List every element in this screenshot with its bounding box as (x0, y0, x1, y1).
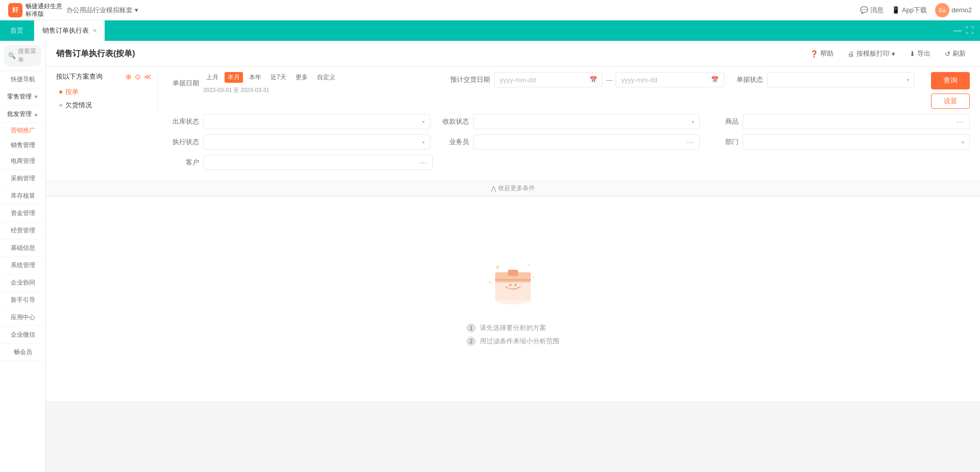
expected-date-field: 预计交货日期 yyyy-mm-dd 📅 — yyyy-mm-dd (450, 72, 724, 87)
sidebar-item-member[interactable]: 畅会员 (0, 344, 45, 361)
scheme-actions: ⊕ ⊙ ≪ (126, 73, 152, 81)
collapse-bar[interactable]: ⋀ 收起更多条件 (46, 180, 980, 196)
quick-date-more[interactable]: 更多 (292, 72, 311, 83)
message-icon: 💬 (860, 6, 868, 14)
expected-date-from[interactable]: yyyy-mm-dd 📅 (494, 72, 603, 87)
help-button[interactable]: ❓ 帮助 (806, 47, 838, 60)
query-button[interactable]: 查询 (931, 72, 970, 89)
tip-num-1: 1 (467, 323, 476, 333)
logo-icon: 好 (8, 3, 22, 17)
refresh-button[interactable]: ↺ 刷新 (941, 47, 970, 60)
sidebar-item-basic-info[interactable]: 基础信息 (0, 240, 45, 257)
salesperson-field: 业务员 ··· (438, 134, 700, 150)
status-select[interactable]: ▾ (767, 72, 915, 87)
collapse-up-icon: ⋀ (491, 185, 496, 192)
tip-num-2: 2 (467, 337, 476, 346)
chevron-down-icon: ▾ (135, 6, 138, 14)
sidebar-item-wechat[interactable]: 企业微信 (0, 326, 45, 344)
department-select[interactable]: ▾ (743, 134, 970, 150)
scheme-header: 按以下方案查询 ⊕ ⊙ ≪ (56, 72, 152, 81)
date-field: 单据日期 上月 本月 本年 近7天 更多 自定义 (168, 72, 442, 94)
salesperson-input[interactable]: ··· (473, 134, 700, 150)
scheme-item-by-order[interactable]: 按单 (56, 85, 152, 99)
sidebar: 🔍 搜索菜单 快捷导航 零售管理 ▼ 批发管理 ▲ 营销推广 销售管理 电商管理 (0, 41, 46, 472)
quick-date-this-year[interactable]: 本年 (246, 72, 264, 83)
tab-sales-execution[interactable]: 销售订单执行表 × (34, 20, 105, 41)
customer-field: 客户 ··· (168, 155, 433, 170)
user-menu[interactable]: Ea demo2 (935, 3, 972, 17)
customer-input[interactable]: ··· (203, 155, 433, 170)
payment-status-select[interactable]: ▾ (473, 114, 700, 129)
filter-panel: 按以下方案查询 ⊕ ⊙ ≪ 按单 (46, 67, 980, 196)
scheme-item-shortage[interactable]: 欠货情况 (56, 99, 152, 112)
print-button[interactable]: 🖨 按模板打印 ▾ (844, 47, 899, 60)
page-actions: ❓ 帮助 🖨 按模板打印 ▾ ⬇ 导出 ↺ 刷新 (806, 47, 970, 60)
app-download-button[interactable]: 📱 App下载 (892, 6, 927, 15)
sidebar-item-operations[interactable]: 经营管理 (0, 222, 45, 240)
collapse-scheme-icon[interactable]: ≪ (144, 73, 152, 81)
salesperson-label: 业务员 (438, 137, 469, 147)
empty-tips: 1 请先选择要分析的方案 2 用过滤条件来缩小分析范围 (467, 323, 559, 346)
sidebar-item-newuser[interactable]: 新手引导 (0, 292, 45, 309)
sidebar-item-ecommerce[interactable]: 电商管理 (0, 153, 45, 170)
quick-date-last-month[interactable]: 上月 (203, 72, 222, 83)
payment-label: 收款状态 (438, 117, 469, 126)
sidebar-item-enterprise[interactable]: 企业协同 (0, 274, 45, 292)
svg-point-7 (496, 266, 499, 269)
execution-status-select[interactable]: ▾ (203, 134, 430, 150)
logo-area: 好 畅捷通好生意 标准版 (8, 3, 62, 17)
outbound-arrow-icon: ▾ (422, 119, 425, 125)
status-arrow-icon: ▾ (906, 77, 909, 83)
sidebar-item-sales[interactable]: 销售管理 (0, 138, 45, 153)
retail-expand-icon: ▼ (34, 94, 39, 100)
print-chevron-icon: ▾ (892, 50, 895, 58)
sidebar-search-area[interactable]: 🔍 搜索菜单 (0, 41, 45, 71)
sidebar-item-retail[interactable]: 零售管理 ▼ (0, 88, 45, 106)
date-separator: — (606, 76, 612, 84)
quick-date-7days[interactable]: 近7天 (267, 72, 289, 83)
maximize-icon[interactable]: ⛶ (966, 26, 974, 35)
goods-label: 商品 (708, 117, 739, 126)
outbound-label: 出库状态 (168, 117, 199, 126)
topbar: 好 畅捷通好生意 标准版 办公用品行业模拟账套 ▾ 💬 消息 📱 App下载 E… (0, 0, 980, 20)
sidebar-item-appcenter[interactable]: 应用中心 (0, 309, 45, 326)
tab-home[interactable]: 首页 (0, 20, 34, 41)
expected-date-to[interactable]: yyyy-mm-dd 📅 (616, 72, 724, 87)
svg-point-10 (489, 281, 491, 284)
outbound-status-select[interactable]: ▾ (203, 114, 430, 129)
expected-date-range: yyyy-mm-dd 📅 — yyyy-mm-dd 📅 (494, 72, 724, 87)
setup-button[interactable]: 设置 (931, 93, 970, 109)
export-button[interactable]: ⬇ 导出 (905, 47, 935, 60)
messages-button[interactable]: 💬 消息 (860, 6, 884, 15)
empty-illustration (482, 252, 544, 313)
settings-scheme-icon[interactable]: ⊙ (135, 73, 141, 81)
goods-input[interactable]: ··· (743, 114, 970, 129)
print-icon: 🖨 (848, 50, 854, 58)
sidebar-item-finance[interactable]: 资金管理 (0, 205, 45, 222)
avatar: Ea (935, 3, 949, 17)
sidebar-item-quicknav[interactable]: 快捷导航 (0, 71, 45, 88)
execution-status-field: 执行状态 ▾ (168, 134, 430, 150)
minimize-icon[interactable]: — (953, 26, 962, 35)
quick-date-this-month[interactable]: 本月 (225, 72, 243, 83)
scheme-active-dot (59, 90, 62, 93)
tab-close-icon[interactable]: × (93, 27, 96, 34)
svg-rect-3 (508, 270, 518, 276)
execution-arrow-icon: ▾ (422, 139, 425, 145)
svg-point-8 (527, 264, 529, 266)
svg-point-6 (514, 284, 517, 286)
date-label: 单据日期 (168, 79, 199, 88)
sidebar-item-system[interactable]: 系统管理 (0, 257, 45, 274)
quick-date-buttons: 上月 本月 本年 近7天 更多 自定义 (203, 72, 442, 83)
add-scheme-icon[interactable]: ⊕ (126, 73, 132, 81)
sidebar-search-input[interactable]: 🔍 搜索菜单 (4, 45, 41, 66)
filter-fields: 单据日期 上月 本月 本年 近7天 更多 自定义 (158, 72, 970, 175)
sidebar-item-inventory[interactable]: 库存核算 (0, 187, 45, 205)
status-label: 单据状态 (732, 75, 763, 84)
scheme-panel: 按以下方案查询 ⊕ ⊙ ≪ 按单 (56, 72, 158, 112)
quick-date-custom[interactable]: 自定义 (314, 72, 338, 83)
app-selector[interactable]: 办公用品行业模拟账套 ▾ (66, 6, 138, 15)
sidebar-item-purchase[interactable]: 采购管理 (0, 170, 45, 187)
sidebar-item-marketing[interactable]: 营销推广 (0, 123, 45, 138)
sidebar-item-wholesale[interactable]: 批发管理 ▲ (0, 106, 45, 123)
